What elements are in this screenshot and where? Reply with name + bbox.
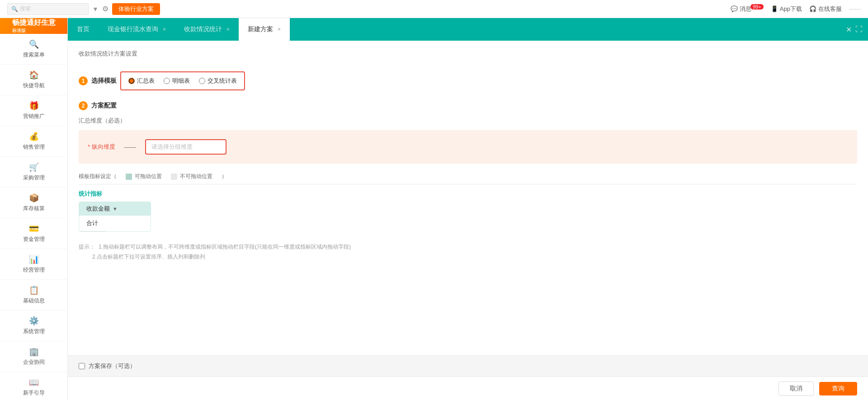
radio-detail[interactable]: 明细表 <box>164 77 190 85</box>
tab-receipt-stats[interactable]: 收款情况统计 × <box>175 18 239 41</box>
purchase-icon: 🛒 <box>29 162 39 172</box>
sidebar-item-newbie[interactable]: 📖 新手引导 <box>0 372 67 400</box>
sidebar-item-purchase[interactable]: 🛒 采购管理 <box>0 157 67 188</box>
sidebar-logo: 畅捷通好生意 标准版 <box>0 18 67 34</box>
tab-bank-flow-close[interactable]: × <box>163 26 166 33</box>
no-drag-label: 不可拖动位置 <box>180 173 212 180</box>
tab-bank-flow[interactable]: 现金银行流水查询 × <box>99 18 175 41</box>
drag-color-box <box>126 174 132 180</box>
radio-summary[interactable]: 汇总表 <box>128 77 155 85</box>
radio-cross[interactable]: 交叉统计表 <box>199 77 237 85</box>
top-search-box[interactable]: 🔍 搜索 <box>7 3 89 15</box>
download-area[interactable]: 📱 App下载 <box>771 5 802 13</box>
inventory-icon: 📦 <box>29 193 39 203</box>
radio-detail-input[interactable] <box>164 78 170 84</box>
tip-text-1: 1.拖动标题栏可以调整布局，不可跨维度或指标区域拖动栏目字段(只能在同一维度或指… <box>99 242 351 252</box>
save-section: 方案保存（可选） <box>68 355 868 376</box>
query-button[interactable]: 查询 <box>819 382 857 395</box>
tab-receipt-stats-label: 收款情况统计 <box>184 25 222 33</box>
metrics-table: 收款金额 ▼ 合计 <box>79 202 151 232</box>
dimension-row: * 纵向维度 —— 请选择分组维度 <box>88 139 848 155</box>
logo-edition: 标准版 <box>12 28 56 34</box>
metrics-indicator-label: 统计指标 <box>79 190 857 198</box>
save-label: 方案保存（可选） <box>89 362 136 370</box>
tip-prefix-1: 提示： <box>79 242 95 252</box>
sidebar-label-operations: 经营管理 <box>23 266 45 274</box>
basic-info-icon: 📋 <box>29 285 39 295</box>
sidebar-item-system[interactable]: ⚙️ 系统管理 <box>0 311 67 341</box>
top-bar-right: 💬 消息 99+ 📱 App下载 🎧 在线客服 —— <box>731 5 861 13</box>
tip-line-2: 2.点击标题栏下拉可设置排序、插入列和删除列 <box>92 252 857 262</box>
page-title: 收款情况统计方案设置 <box>79 50 857 62</box>
step1-label: 选择模板 <box>91 77 117 85</box>
tab-bar-right: ✕ ⛶ <box>846 25 868 34</box>
main-layout: 畅捷通好生意 标准版 🔍 搜索菜单 🏠 快捷导航 🎁 营销推广 💰 销售管理 🛒… <box>0 18 868 400</box>
sidebar-item-search-menu[interactable]: 🔍 搜索菜单 <box>0 34 67 65</box>
sidebar-item-sales[interactable]: 💰 销售管理 <box>0 126 67 157</box>
tab-close-all-icon[interactable]: ✕ <box>846 25 852 34</box>
tip-text-2: 2.点击标题栏下拉可设置排序、插入列和删除列 <box>92 252 205 262</box>
radio-detail-label: 明细表 <box>172 77 190 85</box>
metrics-data-row-total: 合计 <box>79 216 151 231</box>
sidebar-label-basic-info: 基础信息 <box>23 297 45 305</box>
sidebar-item-quick-nav[interactable]: 🏠 快捷导航 <box>0 65 67 95</box>
cancel-button[interactable]: 取消 <box>778 381 814 396</box>
message-icon: 💬 <box>731 5 738 12</box>
step1-number: 1 <box>79 76 88 85</box>
step1-section: 1 选择模板 汇总表 明细表 <box>79 71 857 90</box>
metrics-col-header-receipt[interactable]: 收款金额 ▼ <box>79 202 125 216</box>
top-bar-left: 🔍 搜索 ▼ ⚙ 体验行业方案 <box>7 3 160 15</box>
tab-bar: 首页 现金银行流水查询 × 收款情况统计 × 新建方案 × ✕ ⛶ <box>68 18 868 41</box>
content-area: 首页 现金银行流水查询 × 收款情况统计 × 新建方案 × ✕ ⛶ <box>68 18 868 400</box>
dropdown-icon[interactable]: ▼ <box>92 5 99 13</box>
tab-new-plan[interactable]: 新建方案 × <box>239 18 290 41</box>
step2-header: 2 方案配置 <box>79 101 857 110</box>
metrics-col-receipt-label: 收款金额 <box>86 205 110 213</box>
sidebar-item-operations[interactable]: 📊 经营管理 <box>0 249 67 280</box>
sidebar-item-finance[interactable]: 💳 资金管理 <box>0 218 67 249</box>
operations-icon: 📊 <box>29 254 39 264</box>
tab-new-plan-close[interactable]: × <box>278 26 281 33</box>
tab-bank-flow-label: 现金银行流水查询 <box>108 25 158 33</box>
metrics-config-label: 模板指标设定（ <box>79 173 117 180</box>
notification-area[interactable]: 💬 消息 99+ <box>731 5 764 13</box>
system-icon: ⚙️ <box>29 316 39 326</box>
sidebar-item-basic-info[interactable]: 📋 基础信息 <box>0 280 67 311</box>
tab-expand-icon[interactable]: ⛶ <box>855 25 863 33</box>
radio-cross-input[interactable] <box>199 78 205 84</box>
metrics-cell-total: 合计 <box>79 216 105 231</box>
no-drag-legend: 不可拖动位置 <box>171 173 212 180</box>
metrics-col-dropdown-icon[interactable]: ▼ <box>113 206 118 212</box>
no-drag-color-box <box>171 174 177 180</box>
tab-receipt-stats-close[interactable]: × <box>226 26 230 33</box>
metrics-header-row: 收款金额 ▼ <box>79 202 151 216</box>
download-label: App下载 <box>780 5 802 13</box>
sidebar-label-sales: 销售管理 <box>23 143 45 151</box>
sidebar: 畅捷通好生意 标准版 🔍 搜索菜单 🏠 快捷导航 🎁 营销推广 💰 销售管理 🛒… <box>0 18 68 400</box>
sidebar-label-corp-collab: 企业协同 <box>23 358 45 366</box>
gear-icon[interactable]: ⚙ <box>102 5 108 13</box>
arrow-label: —— <box>124 144 136 151</box>
service-area[interactable]: 🎧 在线客服 <box>809 5 842 13</box>
dimension-select[interactable]: 请选择分组维度 <box>145 139 226 155</box>
sidebar-label-finance: 资金管理 <box>23 235 45 243</box>
radio-summary-label: 汇总表 <box>137 77 155 85</box>
radio-summary-input[interactable] <box>128 78 135 84</box>
draggable-label: 可拖动位置 <box>135 173 162 180</box>
sales-icon: 💰 <box>29 132 39 141</box>
vertical-dimension-label: * 纵向维度 <box>88 143 115 151</box>
sidebar-item-inventory[interactable]: 📦 库存核算 <box>0 188 67 218</box>
tab-home[interactable]: 首页 <box>68 18 99 41</box>
metrics-section: 模板指标设定（ 可拖动位置 不可拖动位置 ） <box>79 173 857 233</box>
page-inner: 收款情况统计方案设置 1 选择模板 汇总表 <box>68 41 868 355</box>
search-menu-icon: 🔍 <box>29 39 39 49</box>
sidebar-item-corp-collab[interactable]: 🏢 企业协同 <box>0 341 67 372</box>
draggable-legend: 可拖动位置 <box>126 173 162 180</box>
save-checkbox[interactable] <box>79 363 85 369</box>
sidebar-label-marketing: 营销推广 <box>23 113 45 120</box>
template-selector: 汇总表 明细表 交叉统计表 <box>120 71 245 90</box>
trial-btn[interactable]: 体验行业方案 <box>112 3 160 15</box>
sidebar-item-marketing[interactable]: 🎁 营销推广 <box>0 95 67 126</box>
quick-nav-icon: 🏠 <box>29 70 39 80</box>
tips-section: 提示： 1.拖动标题栏可以调整布局，不可跨维度或指标区域拖动栏目字段(只能在同一… <box>79 242 857 262</box>
